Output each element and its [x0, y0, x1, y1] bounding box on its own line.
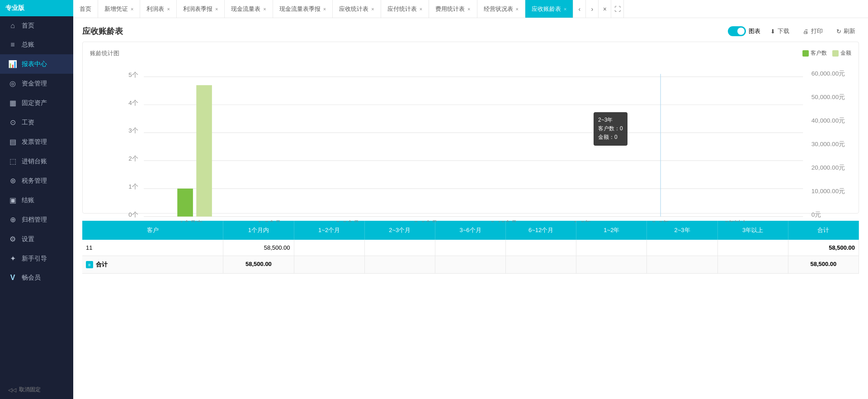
tab-ar-stats-label: 应收统计表 [339, 5, 368, 13]
sum-y3plus [718, 256, 788, 273]
table-header: 客户 1个月内 1~2个月 2~3个月 3~6个月 6~12个月 1~2年 2~… [82, 221, 859, 240]
refresh-icon: ↻ [836, 28, 841, 35]
svg-text:0个: 0个 [128, 211, 138, 218]
logo-text: 专业版 [5, 4, 24, 12]
tab-cashflow-close[interactable]: × [263, 6, 266, 12]
capital-icon: ◎ [8, 79, 17, 88]
sidebar-item-capital[interactable]: ◎ 资金管理 [0, 74, 73, 93]
sidebar-item-settings[interactable]: ⚙ 设置 [0, 229, 73, 249]
sidebar-item-settle[interactable]: ▣ 结账 [0, 190, 73, 210]
tab-cashflow[interactable]: 现金流量表 × [225, 0, 273, 18]
page-title: 应收账龄表 [82, 26, 123, 37]
cell-total: 58,500.00 [788, 240, 859, 256]
chart-title: 账龄统计图 [90, 49, 851, 57]
legend-amount-label: 金额 [840, 49, 851, 57]
tab-profit[interactable]: 利润表 × [140, 0, 176, 18]
pin-icon: ◁◁ [8, 387, 16, 393]
sidebar-item-tax[interactable]: ⊛ 税务管理 [0, 171, 73, 190]
sidebar-item-stock[interactable]: ⬚ 进销台账 [0, 152, 73, 171]
tab-ar-stats-close[interactable]: × [371, 6, 374, 12]
legend-customers: 客户数 [802, 49, 827, 57]
print-btn[interactable]: 🖨 打印 [799, 25, 826, 37]
sum-icon: ≡ [86, 261, 93, 268]
invoice-icon: ▤ [8, 138, 17, 146]
svg-text:60,000.00元: 60,000.00元 [811, 70, 845, 77]
sum-m36 [435, 256, 506, 273]
chart-toggle[interactable]: 图表 [728, 26, 760, 36]
svg-text:3年以上: 3年以上 [725, 220, 747, 222]
sidebar-item-report[interactable]: 📊 报表中心 [0, 54, 73, 74]
legend-amount-dot [832, 50, 839, 57]
tab-voucher-label: 新增凭证 [104, 5, 128, 13]
sidebar-item-home[interactable]: ⌂ 首页 [0, 16, 73, 35]
cell-m612 [506, 240, 576, 256]
sum-row: ≡ 合计 58,500.00 58,500.00 [82, 256, 859, 274]
refresh-btn[interactable]: ↻ 刷新 [833, 25, 859, 37]
tab-ar-aging-close[interactable]: × [564, 6, 566, 12]
sidebar-label-settle: 结账 [22, 196, 34, 204]
tab-close-btn[interactable]: × [599, 0, 611, 18]
sidebar-toggle-pin[interactable]: ◁◁ 取消固定 [0, 380, 73, 399]
tab-profit-quarter-label: 利润表季报 [183, 5, 212, 13]
cell-m23 [365, 240, 435, 256]
col-m12: 1~2个月 [294, 221, 365, 240]
download-btn[interactable]: ⬇ 下载 [767, 25, 793, 37]
header-actions: 图表 ⬇ 下载 🖨 打印 ↻ 刷新 [728, 25, 859, 37]
sidebar-item-invoice[interactable]: ▤ 发票管理 [0, 132, 73, 152]
tab-home[interactable]: 首页 [73, 0, 98, 18]
download-label: 下载 [778, 27, 789, 35]
chart-svg: 0个 1个 2个 3个 4个 5个 0元 10,000.00元 20,000.0… [90, 66, 851, 222]
sidebar-label-tax: 税务管理 [22, 177, 47, 185]
tab-cashflow-quarter-close[interactable]: × [323, 6, 326, 12]
tab-cashflow-quarter[interactable]: 现金流量表季报 × [273, 0, 333, 18]
sum-y12 [576, 256, 647, 273]
tab-business-stats-close[interactable]: × [516, 6, 519, 12]
cell-y3plus [718, 240, 788, 256]
tab-ap-stats[interactable]: 应付统计表 × [381, 0, 429, 18]
tab-next-btn[interactable]: › [586, 0, 599, 18]
svg-text:1个: 1个 [128, 183, 138, 190]
tab-ar-stats[interactable]: 应收统计表 × [333, 0, 381, 18]
member-icon: V [8, 274, 17, 282]
sidebar-item-guide[interactable]: ✦ 新手引导 [0, 249, 73, 268]
report-icon: 📊 [8, 60, 17, 68]
svg-text:40,000.00元: 40,000.00元 [811, 117, 845, 124]
sidebar-item-ledger[interactable]: ≡ 总账 [0, 35, 73, 54]
tab-fullscreen-btn[interactable]: ⛶ [611, 0, 624, 18]
sidebar-item-archive[interactable]: ⊕ 归档管理 [0, 210, 73, 229]
tab-profit-close[interactable]: × [167, 6, 170, 12]
tab-expense-stats-close[interactable]: × [467, 6, 470, 12]
ledger-icon: ≡ [8, 41, 17, 49]
tab-voucher-close[interactable]: × [131, 6, 133, 12]
svg-text:6~12个月: 6~12个月 [491, 220, 518, 222]
sidebar-label-archive: 归档管理 [22, 216, 47, 224]
svg-text:1~2年: 1~2年 [574, 220, 591, 222]
cell-m36 [435, 240, 506, 256]
sidebar-item-salary[interactable]: ⊙ 工资 [0, 113, 73, 132]
sidebar: 专业版 ⌂ 首页 ≡ 总账 📊 报表中心 ◎ 资金管理 ▦ 固定资产 ⊙ 工资 … [0, 0, 73, 399]
tab-ar-aging[interactable]: 应收账龄表 × [525, 0, 573, 18]
svg-text:4个: 4个 [128, 100, 138, 106]
sidebar-label-report: 报表中心 [22, 60, 47, 68]
svg-text:2个: 2个 [128, 155, 138, 162]
cell-customer: 11 [82, 240, 223, 256]
tab-profit-quarter-close[interactable]: × [215, 6, 218, 12]
sidebar-item-member[interactable]: V 畅会员 [0, 268, 73, 287]
legend-amount: 金额 [832, 49, 851, 57]
sidebar-label-capital: 资金管理 [22, 80, 47, 88]
tab-ap-stats-close[interactable]: × [420, 6, 422, 12]
sidebar-label-ledger: 总账 [22, 41, 34, 49]
sidebar-item-assets[interactable]: ▦ 固定资产 [0, 93, 73, 113]
tab-expense-stats[interactable]: 费用统计表 × [429, 0, 477, 18]
tab-business-stats[interactable]: 经营状况表 × [477, 0, 525, 18]
toggle-track[interactable] [728, 26, 746, 36]
legend-customers-label: 客户数 [811, 49, 827, 57]
refresh-label: 刷新 [844, 27, 855, 35]
col-m612: 6~12个月 [506, 221, 576, 240]
bar-customer-1 [177, 189, 193, 217]
col-total: 合计 [788, 221, 859, 240]
tab-prev-btn[interactable]: ‹ [573, 0, 586, 18]
tab-voucher[interactable]: 新增凭证 × [98, 0, 140, 18]
tab-profit-quarter[interactable]: 利润表季报 × [177, 0, 225, 18]
page-header: 应收账龄表 图表 ⬇ 下载 🖨 打印 ↻ 刷新 [73, 18, 868, 42]
